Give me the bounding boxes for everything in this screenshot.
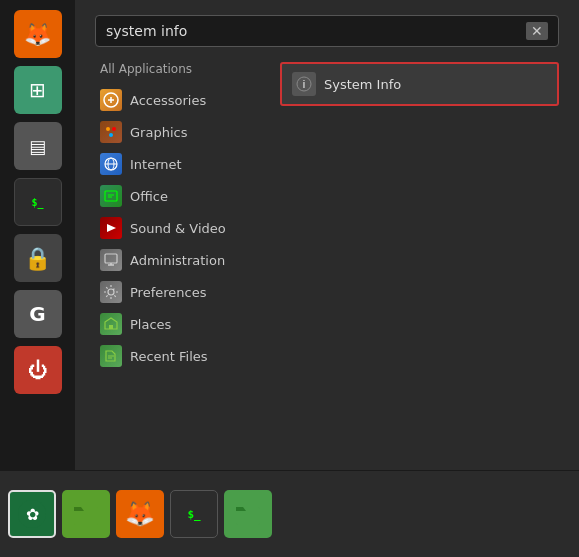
sidebar-item-firefox[interactable]: 🦊 xyxy=(14,10,62,58)
preferences-icon xyxy=(100,281,122,303)
places-label: Places xyxy=(130,317,171,332)
results-area: All Applications Accessories Graphics xyxy=(95,62,559,372)
lock-icon: 🔒 xyxy=(24,246,51,271)
svg-point-2 xyxy=(112,127,116,131)
taskbar-firefox[interactable]: 🦊 xyxy=(116,490,164,538)
sysinfo-icon: i xyxy=(292,72,316,96)
internet-icon xyxy=(100,153,122,175)
internet-label: Internet xyxy=(130,157,182,172)
accessories-label: Accessories xyxy=(130,93,206,108)
mint-logo-icon: ✿ xyxy=(16,498,48,530)
taskbar-nemo[interactable] xyxy=(224,490,272,538)
categories-header: All Applications xyxy=(95,62,270,76)
taskbar-terminal[interactable]: $_ xyxy=(170,490,218,538)
main-area: 🦊 ⊞ ▤ $_ 🔒 G ⏻ system info ✕ xyxy=(0,0,579,470)
terminal-icon: $_ xyxy=(31,197,43,208)
soundvideo-icon xyxy=(100,217,122,239)
svg-rect-15 xyxy=(109,325,113,329)
result-sysinfo[interactable]: i System Info xyxy=(280,62,559,106)
tb-firefox-icon: 🦊 xyxy=(125,500,155,528)
sysinfo-label: System Info xyxy=(324,77,401,92)
graphics-icon xyxy=(100,121,122,143)
office-icon xyxy=(100,185,122,207)
recent-icon xyxy=(100,345,122,367)
category-office[interactable]: Office xyxy=(95,180,270,212)
places-icon xyxy=(100,313,122,335)
svg-point-1 xyxy=(106,127,110,131)
svg-point-3 xyxy=(109,133,113,137)
results-column: i System Info xyxy=(270,62,559,372)
sidebar-item-terminal[interactable]: $_ xyxy=(14,178,62,226)
category-recent[interactable]: Recent Files xyxy=(95,340,270,372)
svg-text:i: i xyxy=(303,78,305,90)
category-internet[interactable]: Internet xyxy=(95,148,270,180)
soundvideo-label: Sound & Video xyxy=(130,221,226,236)
firefox-icon: 🦊 xyxy=(24,22,51,47)
svg-rect-7 xyxy=(105,191,117,201)
taskbar: ✿ 🦊 $_ xyxy=(0,470,579,557)
category-preferences[interactable]: Preferences xyxy=(95,276,270,308)
taskbar-files[interactable] xyxy=(62,490,110,538)
category-soundvideo[interactable]: Sound & Video xyxy=(95,212,270,244)
categories-column: All Applications Accessories Graphics xyxy=(95,62,270,372)
apps-icon: ⊞ xyxy=(29,80,46,100)
manager-icon: ▤ xyxy=(29,136,46,157)
sidebar-item-power[interactable]: ⏻ xyxy=(14,346,62,394)
category-places[interactable]: Places xyxy=(95,308,270,340)
search-bar: system info ✕ xyxy=(95,15,559,47)
files-icon xyxy=(71,499,101,529)
sidebar-item-apps[interactable]: ⊞ xyxy=(14,66,62,114)
svg-marker-10 xyxy=(107,224,116,232)
content-area: system info ✕ All Applications Accessori… xyxy=(75,0,579,470)
grammarly-icon: G xyxy=(29,302,45,326)
recent-label: Recent Files xyxy=(130,349,208,364)
power-icon: ⏻ xyxy=(28,358,48,382)
office-label: Office xyxy=(130,189,168,204)
category-administration[interactable]: Administration xyxy=(95,244,270,276)
taskbar-mint[interactable]: ✿ xyxy=(8,490,56,538)
nemo-icon xyxy=(233,499,263,529)
sidebar-item-lock[interactable]: 🔒 xyxy=(14,234,62,282)
category-accessories[interactable]: Accessories xyxy=(95,84,270,116)
svg-rect-11 xyxy=(105,254,117,263)
administration-label: Administration xyxy=(130,253,225,268)
graphics-label: Graphics xyxy=(130,125,187,140)
administration-icon xyxy=(100,249,122,271)
sidebar: 🦊 ⊞ ▤ $_ 🔒 G ⏻ xyxy=(0,0,75,470)
search-clear-button[interactable]: ✕ xyxy=(526,22,548,40)
tb-terminal-icon: $_ xyxy=(187,508,200,521)
accessories-icon xyxy=(100,89,122,111)
category-graphics[interactable]: Graphics xyxy=(95,116,270,148)
sidebar-item-grammarly[interactable]: G xyxy=(14,290,62,338)
search-input[interactable]: system info xyxy=(106,23,526,39)
sidebar-item-manager[interactable]: ▤ xyxy=(14,122,62,170)
preferences-label: Preferences xyxy=(130,285,206,300)
svg-text:✿: ✿ xyxy=(26,506,39,523)
